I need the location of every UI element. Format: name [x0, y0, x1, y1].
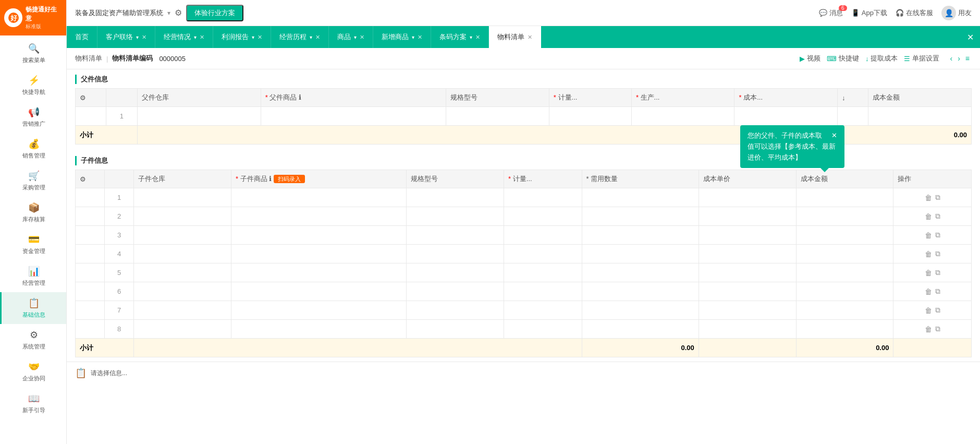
copy-icon[interactable]: ⧉ [935, 231, 940, 239]
child-row-product[interactable] [231, 263, 406, 282]
tab-profit-close[interactable]: ✕ [258, 34, 262, 41]
app-download-action[interactable]: 📱 App下载 [851, 8, 887, 18]
child-row-qty[interactable] [582, 226, 699, 245]
sidebar-item-operations[interactable]: 📊 经营管理 [0, 260, 66, 292]
child-row-warehouse[interactable] [134, 226, 231, 245]
extract-cost-btn[interactable]: ↓ 提取成本 [865, 54, 898, 63]
child-row-warehouse[interactable] [134, 245, 231, 263]
child-row-unit[interactable] [504, 207, 582, 226]
trial-button[interactable]: 体验行业方案 [186, 5, 243, 21]
child-row-warehouse[interactable] [134, 188, 231, 207]
sidebar-item-inventory[interactable]: 📦 库存核算 [0, 197, 66, 229]
child-row-qty[interactable] [582, 245, 699, 263]
page-next-btn[interactable]: › [956, 53, 962, 64]
child-row-unit[interactable] [504, 226, 582, 245]
copy-icon[interactable]: ⧉ [935, 193, 940, 202]
child-row-qty[interactable] [582, 263, 699, 282]
gear-icon[interactable]: ⚙ [175, 8, 182, 18]
view-btn[interactable]: ▶ 视频 [800, 54, 820, 63]
tab-profit[interactable]: 利润报告 ▾ ✕ [213, 26, 271, 48]
sidebar-item-enterprise[interactable]: 🤝 企业协同 [0, 356, 66, 388]
sidebar-item-finance[interactable]: 💳 资金管理 [0, 229, 66, 260]
copy-icon[interactable]: ⧉ [935, 249, 940, 258]
message-action[interactable]: 💬 消息 6 [819, 8, 843, 18]
child-row-product[interactable] [231, 301, 406, 320]
delete-icon[interactable]: 🗑 [925, 325, 932, 333]
child-row-qty[interactable] [582, 320, 699, 339]
child-row-product[interactable] [231, 282, 406, 301]
delete-icon[interactable]: 🗑 [925, 194, 932, 202]
copy-icon[interactable]: ⧉ [935, 325, 940, 333]
parent-row-unit[interactable] [549, 107, 631, 126]
tab-barcode[interactable]: 条码方案 ▾ ✕ [431, 26, 489, 48]
child-row-product[interactable] [231, 226, 406, 245]
delete-icon[interactable]: 🗑 [925, 250, 932, 258]
tab-history[interactable]: 经营历程 ▾ ✕ [271, 26, 329, 48]
tab-new-goods[interactable]: 新增商品 ▾ ✕ [373, 26, 431, 48]
child-row-product[interactable] [231, 320, 406, 339]
delete-icon[interactable]: 🗑 [925, 287, 932, 296]
copy-icon[interactable]: ⧉ [935, 268, 940, 277]
child-row-warehouse[interactable] [134, 263, 231, 282]
tab-new-goods-close[interactable]: ✕ [418, 34, 422, 41]
tab-operations-close[interactable]: ✕ [200, 34, 204, 41]
tab-bom-close[interactable]: ✕ [528, 34, 532, 41]
child-row-unit[interactable] [504, 301, 582, 320]
child-row-qty[interactable] [582, 207, 699, 226]
delete-icon[interactable]: 🗑 [925, 306, 932, 315]
online-service-action[interactable]: 🎧 在线客服 [896, 8, 933, 18]
tab-customer-close[interactable]: ✕ [142, 34, 146, 41]
copy-icon[interactable]: ⧉ [935, 287, 940, 296]
parent-row-produce[interactable] [631, 107, 734, 126]
child-row-qty[interactable] [582, 188, 699, 207]
tooltip-close-btn[interactable]: ✕ [831, 130, 837, 141]
sidebar-item-marketing[interactable]: 📢 营销推广 [0, 101, 66, 133]
child-row-unit[interactable] [504, 263, 582, 282]
child-row-qty[interactable] [582, 301, 699, 320]
sidebar-item-sales[interactable]: 💰 销售管理 [0, 133, 66, 165]
tab-history-close[interactable]: ✕ [315, 34, 320, 41]
sidebar-item-search[interactable]: 🔍 搜索菜单 [0, 38, 66, 69]
scan-input-btn[interactable]: 扫码录入 [274, 175, 305, 183]
parent-row-product[interactable] [261, 107, 446, 126]
child-row-warehouse[interactable] [134, 207, 231, 226]
sidebar-item-basic-info[interactable]: 📋 基础信息 [0, 292, 66, 324]
delete-icon[interactable]: 🗑 [925, 269, 932, 277]
tab-operations[interactable]: 经营情况 ▾ ✕ [155, 26, 213, 48]
child-row-product[interactable] [231, 245, 406, 263]
child-row-unit[interactable] [504, 282, 582, 301]
sidebar-item-system[interactable]: ⚙ 系统管理 [0, 324, 66, 356]
child-row-product[interactable] [231, 188, 406, 207]
tab-goods[interactable]: 商品 ▾ ✕ [329, 26, 373, 48]
delete-icon[interactable]: 🗑 [925, 212, 932, 221]
child-row-unit[interactable] [504, 188, 582, 207]
child-col-settings[interactable]: ⚙ [76, 170, 105, 188]
parent-row-warehouse[interactable] [137, 107, 261, 126]
child-row-warehouse[interactable] [134, 320, 231, 339]
close-all-button[interactable]: ✕ [961, 32, 980, 42]
tab-barcode-close[interactable]: ✕ [475, 34, 480, 41]
tab-goods-close[interactable]: ✕ [360, 34, 364, 41]
page-list-btn[interactable]: ≡ [963, 53, 972, 64]
shortcut-btn[interactable]: ⌨ 快捷键 [827, 54, 859, 63]
sidebar-item-guide[interactable]: 📖 新手引导 [0, 388, 66, 419]
user-action[interactable]: 👤 用友 [941, 6, 972, 20]
child-row-product[interactable] [231, 207, 406, 226]
child-row-unit[interactable] [504, 320, 582, 339]
child-row-warehouse[interactable] [134, 301, 231, 320]
tab-bom[interactable]: 物料清单 ✕ [489, 26, 541, 48]
sidebar-item-purchase[interactable]: 🛒 采购管理 [0, 165, 66, 197]
sidebar-item-quick-nav[interactable]: ⚡ 快捷导航 [0, 69, 66, 101]
single-setting-btn[interactable]: ☰ 单据设置 [904, 54, 939, 63]
child-row-qty[interactable] [582, 282, 699, 301]
parent-row-cost[interactable] [734, 107, 838, 126]
copy-icon[interactable]: ⧉ [935, 212, 940, 221]
child-row-warehouse[interactable] [134, 282, 231, 301]
delete-icon[interactable]: 🗑 [925, 231, 932, 239]
parent-col-settings[interactable]: ⚙ [76, 89, 106, 107]
child-row-unit[interactable] [504, 245, 582, 263]
copy-icon[interactable]: ⧉ [935, 306, 940, 315]
tab-customer[interactable]: 客户联络 ▾ ✕ [97, 26, 155, 48]
page-prev-btn[interactable]: ‹ [948, 53, 954, 64]
tab-home[interactable]: 首页 [67, 26, 97, 48]
